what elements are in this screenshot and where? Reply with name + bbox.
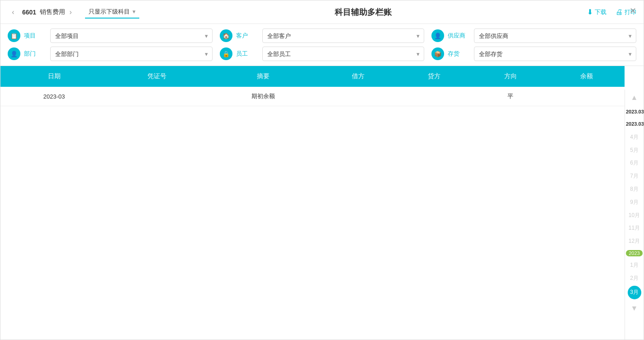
account-name: 销售费用 bbox=[40, 8, 65, 16]
account-code: 6601 bbox=[22, 9, 36, 16]
inventory-icon: 📦 bbox=[431, 47, 444, 60]
col-debit: 借方 bbox=[320, 66, 396, 87]
timeline-period-2[interactable]: 2023.03 bbox=[625, 118, 644, 130]
page-title: 科目辅助多栏账 bbox=[139, 7, 587, 18]
table-wrapper[interactable]: 日期 凭证号 摘要 借方 贷方 方向 余额 2023-03 期初余额 bbox=[0, 66, 625, 334]
employee-label: 员工 bbox=[236, 50, 259, 58]
filter-row-1: 📋 项目 全部项目 🏠 客户 全部客户 bbox=[8, 28, 636, 43]
chevron-down-icon: ▾ bbox=[133, 8, 136, 15]
customer-select[interactable]: 全部客户 bbox=[262, 28, 425, 43]
next-account-button[interactable]: › bbox=[65, 7, 76, 18]
project-icon: 📋 bbox=[8, 29, 20, 42]
main-window: ‹ 6601 销售费用 › 只显示下级科目 ▾ 科目辅助多栏账 ⬇ 下载 🖨 打… bbox=[0, 0, 644, 340]
project-select[interactable]: 全部项目 bbox=[50, 28, 213, 43]
timeline-month-2[interactable]: 2月 bbox=[625, 272, 644, 285]
filter-btn-label: 只显示下级科目 bbox=[89, 8, 130, 16]
inventory-label: 存货 bbox=[448, 50, 470, 58]
timeline-scroll-up-button[interactable]: ▲ bbox=[628, 91, 641, 104]
dept-filter: 👤 部门 全部部门 bbox=[8, 47, 213, 61]
timeline-month-6[interactable]: 6月 bbox=[625, 156, 644, 170]
customer-select-wrapper: 全部客户 bbox=[262, 28, 425, 43]
inventory-filter: 📦 存货 全部存货 bbox=[431, 47, 636, 61]
employee-filter: 🔒 员工 全部员工 bbox=[220, 47, 425, 61]
dept-select-wrapper: 全部部门 bbox=[50, 47, 213, 61]
timeline-month-12[interactable]: 12月 bbox=[625, 235, 644, 248]
col-balance: 余额 bbox=[549, 66, 625, 87]
timeline-month-8[interactable]: 8月 bbox=[625, 183, 644, 196]
dept-icon: 👤 bbox=[8, 47, 20, 60]
supplier-select[interactable]: 全部供应商 bbox=[474, 28, 636, 43]
filter-row-2: 👤 部门 全部部门 🔒 员工 全部员工 bbox=[8, 47, 636, 61]
cell-balance bbox=[549, 87, 625, 106]
timeline-month-9[interactable]: 9月 bbox=[625, 196, 644, 209]
inventory-select-wrapper: 全部存货 bbox=[474, 47, 636, 61]
customer-icon: 🏠 bbox=[220, 29, 232, 42]
dept-select[interactable]: 全部部门 bbox=[50, 47, 213, 61]
cell-summary: 期初余额 bbox=[206, 87, 320, 106]
filter-area: 📋 项目 全部项目 🏠 客户 全部客户 bbox=[0, 24, 644, 66]
timeline-month-7[interactable]: 7月 bbox=[625, 170, 644, 183]
header: ‹ 6601 销售费用 › 只显示下级科目 ▾ 科目辅助多栏账 ⬇ 下载 🖨 打… bbox=[0, 0, 644, 24]
project-filter: 📋 项目 全部项目 bbox=[8, 28, 213, 43]
timeline-month-5[interactable]: 5月 bbox=[625, 144, 644, 157]
timeline-month-3-active[interactable]: 3月 bbox=[628, 286, 641, 299]
supplier-select-wrapper: 全部供应商 bbox=[474, 28, 636, 43]
project-select-wrapper: 全部项目 bbox=[50, 28, 213, 43]
col-direction: 方向 bbox=[472, 66, 548, 87]
year-badge-wrapper: 2023 bbox=[626, 249, 642, 257]
header-actions: ⬇ 下载 🖨 打印 bbox=[587, 8, 636, 16]
table-header-row: 日期 凭证号 摘要 借方 贷方 方向 余额 bbox=[0, 66, 625, 87]
supplier-label: 供应商 bbox=[448, 32, 470, 40]
timeline-month-11[interactable]: 11月 bbox=[625, 222, 644, 235]
timeline-scroll-down-button[interactable]: ▼ bbox=[628, 302, 641, 315]
employee-icon: 🔒 bbox=[220, 47, 232, 60]
inventory-select[interactable]: 全部存货 bbox=[474, 47, 636, 61]
customer-label: 客户 bbox=[236, 32, 259, 40]
cell-voucher bbox=[108, 87, 206, 106]
download-icon: ⬇ bbox=[587, 8, 593, 16]
customer-filter: 🏠 客户 全部客户 bbox=[220, 28, 425, 43]
employee-select-wrapper: 全部员工 bbox=[262, 47, 425, 61]
download-label: 下载 bbox=[595, 8, 606, 16]
col-summary: 摘要 bbox=[206, 66, 320, 87]
cell-credit bbox=[396, 87, 472, 106]
prev-account-button[interactable]: ‹ bbox=[8, 7, 19, 18]
col-date: 日期 bbox=[0, 66, 108, 87]
close-button[interactable]: ✕ bbox=[630, 6, 636, 16]
data-table: 日期 凭证号 摘要 借方 贷方 方向 余额 2023-03 期初余额 bbox=[0, 66, 625, 106]
col-credit: 贷方 bbox=[396, 66, 472, 87]
col-voucher: 凭证号 bbox=[108, 66, 206, 87]
print-icon: 🖨 bbox=[616, 8, 623, 16]
dept-label: 部门 bbox=[24, 50, 47, 58]
year-badge[interactable]: 2023 bbox=[626, 250, 642, 256]
cell-debit bbox=[320, 87, 396, 106]
cell-direction: 平 bbox=[472, 87, 548, 106]
timeline-period-1[interactable]: 2023.03 bbox=[625, 106, 644, 118]
employee-select[interactable]: 全部员工 bbox=[262, 47, 425, 61]
cell-date: 2023-03 bbox=[0, 87, 108, 106]
download-button[interactable]: ⬇ 下载 bbox=[587, 8, 606, 16]
supplier-icon: 👤 bbox=[431, 29, 444, 42]
table-row[interactable]: 2023-03 期初余额 平 bbox=[0, 87, 625, 106]
supplier-filter: 👤 供应商 全部供应商 bbox=[431, 28, 636, 43]
timeline-month-4[interactable]: 4月 bbox=[625, 131, 644, 144]
content-area: 日期 凭证号 摘要 借方 贷方 方向 余额 2023-03 期初余额 bbox=[0, 66, 644, 340]
show-sub-accounts-button[interactable]: 只显示下级科目 ▾ bbox=[85, 6, 139, 19]
timeline-month-10[interactable]: 10月 bbox=[625, 209, 644, 222]
timeline-month-1[interactable]: 1月 bbox=[625, 259, 644, 272]
side-timeline: ▲ 2023.03 2023.03 4月 5月 6月 7月 8月 9月 10月 … bbox=[625, 90, 644, 340]
project-label: 项目 bbox=[24, 32, 47, 40]
